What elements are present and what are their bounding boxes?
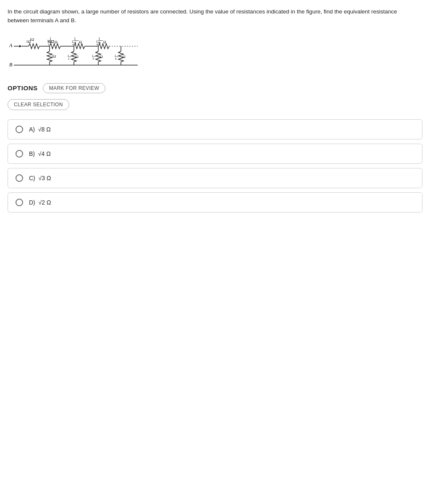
radio-a[interactable] bbox=[16, 126, 23, 133]
svg-text:1Ω: 1Ω bbox=[29, 37, 34, 42]
option-row-b[interactable]: B) √4 Ω bbox=[8, 144, 422, 164]
svg-text:8: 8 bbox=[99, 41, 100, 45]
svg-text:4: 4 bbox=[74, 41, 76, 45]
svg-text:4: 4 bbox=[72, 43, 74, 46]
svg-text:8: 8 bbox=[97, 43, 98, 46]
svg-text:1: 1 bbox=[50, 37, 51, 41]
svg-text:B: B bbox=[9, 62, 13, 68]
svg-text:Ω: Ω bbox=[79, 40, 82, 44]
radio-d[interactable] bbox=[16, 199, 23, 206]
option-row-c[interactable]: C) √3 Ω bbox=[8, 168, 422, 188]
option-b-text: B) √4 Ω bbox=[29, 150, 51, 157]
option-d-text: D) √2 Ω bbox=[29, 199, 51, 206]
svg-text:2: 2 bbox=[68, 57, 70, 60]
svg-marker-3 bbox=[19, 45, 22, 47]
mark-review-button[interactable]: MARK FOR REVIEW bbox=[43, 83, 105, 93]
svg-text:1: 1 bbox=[74, 37, 76, 41]
option-a-text: A) √8 Ω bbox=[29, 126, 51, 133]
option-row-a[interactable]: A) √8 Ω bbox=[8, 119, 422, 139]
options-label: OPTIONS bbox=[8, 84, 38, 92]
clear-selection-button[interactable]: CLEAR SELECTION bbox=[8, 99, 69, 110]
svg-text:1Ω: 1Ω bbox=[51, 54, 56, 58]
svg-text:1: 1 bbox=[98, 37, 100, 41]
svg-text:2: 2 bbox=[50, 41, 52, 45]
options-header: OPTIONS MARK FOR REVIEW bbox=[8, 83, 422, 93]
svg-text:2: 2 bbox=[48, 43, 50, 46]
svg-text:Ω: Ω bbox=[100, 55, 103, 59]
svg-text:Ω: Ω bbox=[123, 55, 126, 59]
svg-text:A: A bbox=[9, 42, 13, 48]
question-text: In the circuit diagram shown, a large nu… bbox=[8, 8, 411, 25]
svg-text:Ω: Ω bbox=[103, 40, 106, 44]
svg-text:Ω: Ω bbox=[76, 55, 79, 59]
circuit-diagram: A B 1Ω ⅓Ω 1 2 1 4 1 8 bbox=[8, 29, 422, 76]
option-row-d[interactable]: D) √2 Ω bbox=[8, 192, 422, 213]
svg-text:Ω: Ω bbox=[55, 40, 58, 44]
radio-c[interactable] bbox=[16, 174, 23, 182]
svg-text:8: 8 bbox=[115, 57, 117, 60]
option-c-text: C) √3 Ω bbox=[29, 175, 51, 181]
svg-text:4: 4 bbox=[92, 57, 94, 60]
radio-b[interactable] bbox=[16, 150, 23, 158]
